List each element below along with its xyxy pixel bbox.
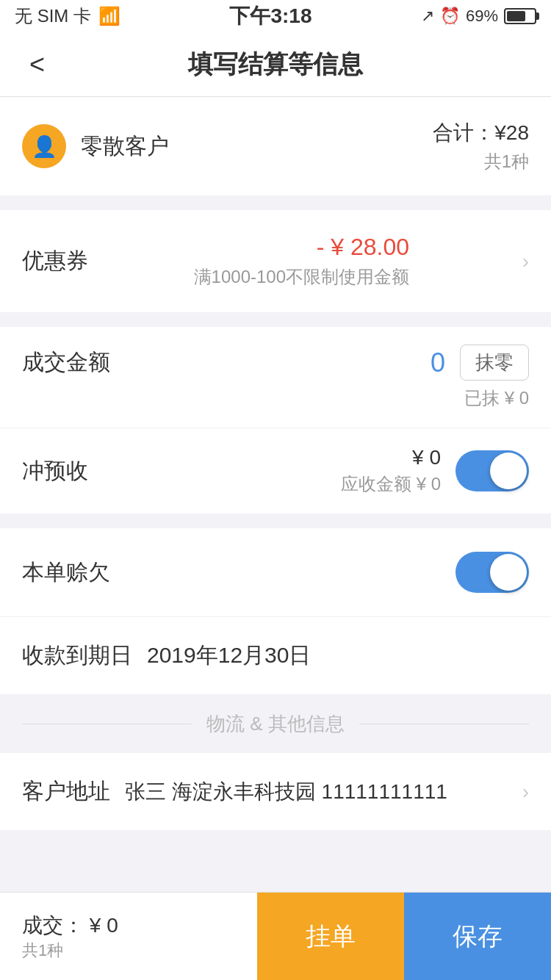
coupon-value: - ¥ 28.00: [317, 234, 409, 261]
due-date-value[interactable]: 2019年12月30日: [147, 641, 311, 671]
battery-percent: 69%: [466, 7, 498, 26]
credit-toggle[interactable]: [455, 552, 529, 593]
logistics-divider: 物流 & 其他信息: [0, 694, 551, 753]
customer-section: 👤 零散客户 合计：¥28 共1种: [0, 97, 551, 195]
credit-toggle-knob: [490, 554, 527, 591]
customer-total: 合计：¥28: [433, 119, 529, 147]
due-date-row: 收款到期日 2019年12月30日: [0, 616, 551, 694]
due-date-label: 收款到期日: [22, 641, 132, 671]
avatar-icon: 👤: [32, 134, 57, 159]
prepay-values: ¥ 0 应收金额 ¥ 0: [341, 446, 441, 496]
nav-bar: < 填写结算等信息: [0, 32, 551, 97]
customer-count: 共1种: [433, 150, 529, 173]
address-chevron-icon: ›: [522, 780, 529, 804]
prepay-right: ¥ 0 应收金额 ¥ 0: [341, 446, 529, 496]
status-time: 下午3:18: [229, 2, 311, 30]
bottom-transaction-amount: ¥ 0: [90, 914, 118, 937]
location-icon: ↗: [421, 7, 434, 26]
coupon-label: 优惠券: [22, 246, 88, 276]
address-section[interactable]: 客户地址 张三 海淀永丰科技园 11111111111 ›: [0, 753, 551, 830]
bottom-bar: 成交： ¥ 0 共1种 挂单 保存: [0, 892, 551, 980]
prepay-value: ¥ 0: [341, 446, 441, 469]
customer-right: 合计：¥28 共1种: [433, 119, 529, 173]
wifi-icon: 📶: [98, 6, 120, 26]
section-divider-1: [0, 195, 551, 210]
prepay-toggle[interactable]: [455, 450, 529, 491]
coupon-right: - ¥ 28.00 满1000-100不限制使用金额: [194, 234, 409, 289]
bottom-transaction-line: 成交： ¥ 0: [22, 912, 235, 940]
amount-label: 成交金额: [22, 347, 110, 378]
carrier-label: 无 SIM 卡: [15, 4, 91, 28]
status-bar: 无 SIM 卡 📶 下午3:18 ↗ ⏰ 69%: [0, 0, 551, 32]
round-zero-button[interactable]: 抹零: [460, 345, 529, 381]
customer-name: 零散客户: [81, 131, 169, 162]
prepay-row: 冲预收 ¥ 0 应收金额 ¥ 0: [0, 428, 551, 514]
avatar: 👤: [22, 124, 66, 168]
back-button[interactable]: <: [22, 42, 52, 87]
amount-sub: 已抹 ¥ 0: [22, 386, 529, 410]
page-title: 填写结算等信息: [188, 48, 363, 82]
status-left: 无 SIM 卡 📶: [15, 4, 120, 28]
save-button[interactable]: 保存: [404, 893, 551, 981]
prepay-label: 冲预收: [22, 456, 88, 486]
amount-row: 成交金额 0 抹零 已抹 ¥ 0: [0, 327, 551, 428]
coupon-chevron-icon: ›: [522, 250, 529, 273]
coupon-row[interactable]: 优惠券 - ¥ 28.00 满1000-100不限制使用金额 ›: [0, 210, 551, 312]
amount-value[interactable]: 0: [386, 347, 445, 378]
customer-left: 👤 零散客户: [22, 124, 169, 168]
address-value: 张三 海淀永丰科技园 11111111111: [125, 778, 508, 806]
prepay-sub: 应收金额 ¥ 0: [341, 472, 441, 496]
address-label: 客户地址: [22, 777, 110, 807]
section-divider-3: [0, 514, 551, 528]
transaction-section: 成交金额 0 抹零 已抹 ¥ 0 冲预收 ¥ 0 应收金额 ¥ 0: [0, 327, 551, 514]
pending-button[interactable]: 挂单: [257, 893, 404, 981]
logistics-label: 物流 & 其他信息: [192, 711, 359, 737]
bottom-left: 成交： ¥ 0 共1种: [0, 912, 257, 962]
credit-section: 本单赊欠 收款到期日 2019年12月30日: [0, 528, 551, 694]
prepay-toggle-knob: [490, 453, 527, 489]
amount-right: 0 抹零: [386, 345, 529, 381]
section-divider-2: [0, 312, 551, 327]
credit-label: 本单赊欠: [22, 558, 110, 588]
credit-row: 本单赊欠: [0, 528, 551, 616]
coupon-section: 优惠券 - ¥ 28.00 满1000-100不限制使用金额 ›: [0, 210, 551, 312]
content: 👤 零散客户 合计：¥28 共1种 优惠券 - ¥ 28.00 满1000-10…: [0, 97, 551, 926]
battery-icon: [504, 8, 536, 24]
bottom-count: 共1种: [22, 940, 235, 962]
coupon-sub: 满1000-100不限制使用金额: [194, 265, 409, 289]
prepay-row-top: 冲预收 ¥ 0 应收金额 ¥ 0: [22, 446, 529, 496]
status-right: ↗ ⏰ 69%: [421, 7, 536, 26]
bottom-transaction-label: 成交：: [22, 914, 84, 937]
alarm-icon: ⏰: [440, 7, 460, 26]
battery-fill: [507, 11, 525, 21]
amount-row-top: 成交金额 0 抹零: [22, 345, 529, 381]
